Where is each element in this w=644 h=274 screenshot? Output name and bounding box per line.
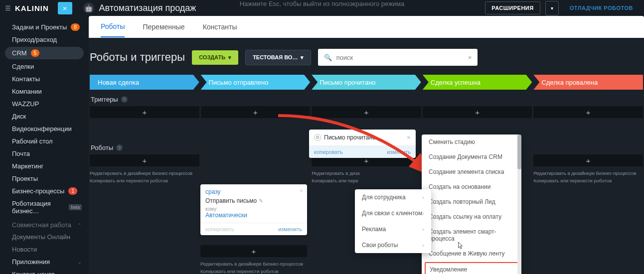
sidebar-item[interactable]: Проекты: [0, 172, 89, 185]
copy-link[interactable]: копировать: [205, 226, 234, 232]
logo: KALININ: [15, 4, 49, 12]
edit-in-bp-link[interactable]: Редактировать в дизайнере Бизнес-процесс…: [533, 169, 643, 177]
tab-close-button[interactable]: ×: [58, 2, 72, 14]
sidebar-item[interactable]: Контакт-центр: [0, 268, 89, 274]
sidebar-group-header[interactable]: Совместная работа⌃: [0, 217, 89, 231]
sidebar-item[interactable]: Роботизация бизнес…beta: [0, 197, 89, 217]
dropdown-item[interactable]: Создать ссылку на оплату: [422, 209, 521, 224]
tab[interactable]: Роботы: [101, 16, 125, 37]
when-link[interactable]: сразу: [205, 188, 221, 195]
context-menu-item[interactable]: Свои роботы›: [355, 237, 431, 253]
tab[interactable]: Константы: [203, 17, 237, 37]
extensions-caret[interactable]: ▾: [545, 1, 559, 15]
robot-type-dropdown: Сменить стадиюСоздание Документа CRMСозд…: [422, 135, 521, 274]
edit-link[interactable]: изменить: [387, 149, 411, 155]
sidebar-item[interactable]: Сделки: [0, 60, 89, 73]
dropdown-item[interactable]: Создание Документа CRM: [422, 149, 521, 164]
add-trigger-button[interactable]: +: [90, 106, 199, 118]
add-trigger-button[interactable]: +: [201, 106, 311, 118]
dropdown-item[interactable]: Сообщение в Живую ленту: [422, 246, 521, 261]
chevron-down-icon: ▾: [301, 54, 304, 61]
trigger-card: ⚙Письмо прочитано × копировать изменить: [309, 130, 416, 158]
robot-icon: 🤖: [83, 2, 94, 13]
create-button[interactable]: СОЗДАТЬ ▾: [192, 50, 238, 65]
dropdown-item[interactable]: Уведомление: [425, 262, 518, 274]
action-text: Отправить письмо: [205, 197, 257, 204]
sidebar-item[interactable]: Маркетинг: [0, 160, 89, 172]
edit-in-bp-link[interactable]: Редактировать в дизайнере Бизнес-процесс…: [200, 260, 307, 268]
clear-search-icon[interactable]: ×: [468, 54, 472, 61]
sidebar-item[interactable]: Новости: [0, 243, 89, 256]
add-trigger-button[interactable]: +: [312, 106, 421, 118]
edit-link[interactable]: изменить: [278, 226, 302, 232]
copy-move-link[interactable]: Копировать или перенести роботов: [200, 268, 307, 274]
pipeline-stage[interactable]: Письмо отправлено: [201, 75, 311, 90]
robot-debugger-button[interactable]: ОТЛАДЧИК РОБОТОВ: [564, 2, 639, 14]
sidebar-item[interactable]: Контакты: [0, 73, 89, 85]
scrollbar-thumb[interactable]: [517, 135, 521, 169]
context-menu-item[interactable]: Для сотрудника›: [355, 189, 431, 205]
sidebar-item[interactable]: Видеоконференции: [0, 123, 89, 135]
help-icon[interactable]: ?: [121, 96, 128, 103]
add-trigger-button[interactable]: +: [423, 106, 532, 118]
page-title: Автоматизация продаж: [99, 3, 196, 13]
dropdown-item[interactable]: Создать на основании: [422, 179, 521, 194]
add-trigger-button[interactable]: +: [533, 106, 643, 118]
add-robot-button[interactable]: +: [533, 154, 643, 166]
edit-in-bp-link[interactable]: Редактировать в диза: [312, 169, 421, 177]
robot-card: × сразу Отправить письмо✎ кому: Автомати…: [200, 184, 307, 235]
add-robot-button[interactable]: +: [200, 245, 307, 257]
add-robot-button[interactable]: +: [90, 154, 199, 166]
gear-icon[interactable]: ⚙: [314, 134, 321, 141]
section-heading: Роботы и триггеры: [90, 51, 185, 64]
edit-in-bp-link[interactable]: Редактировать в дизайнере Бизнес-процесс…: [90, 169, 199, 177]
sidebar-item[interactable]: Компании: [0, 85, 89, 98]
help-icon[interactable]: ?: [116, 144, 123, 151]
to-value[interactable]: Автоматически: [205, 212, 247, 219]
copy-move-link[interactable]: Копировать или перенести роботов: [90, 177, 199, 184]
pipeline-stage[interactable]: Сделка провалена: [533, 75, 643, 90]
sidebar-item[interactable]: Бизнес-процессы1: [0, 185, 89, 197]
chevron-down-icon: ▾: [228, 54, 231, 61]
dropdown-item[interactable]: Сменить стадию: [422, 135, 521, 149]
robot-category-menu: Для сотрудника›Для связи с клиентом›Рекл…: [355, 189, 431, 253]
pipeline-stage[interactable]: Сделка успешна: [423, 75, 532, 90]
trigger-card-title: Письмо прочитано: [324, 134, 376, 141]
tab[interactable]: Переменные: [143, 17, 184, 37]
sidebar-item[interactable]: Задачи и Проекты8: [0, 21, 89, 33]
sidebar-item[interactable]: Рабочий стол: [0, 135, 89, 147]
robots-label: Роботы: [91, 144, 113, 151]
dropdown-item[interactable]: Создать повторный Лид: [422, 194, 521, 209]
sidebar-item[interactable]: Почта: [0, 147, 89, 160]
funnel-selector[interactable]: ТЕСТОВАЯ ВО… ▾: [245, 50, 311, 65]
copy-link[interactable]: копировать: [314, 149, 343, 155]
search-input-wrap[interactable]: 🔍 ×: [318, 49, 478, 66]
sidebar-item[interactable]: WAZZUP: [0, 98, 89, 110]
sidebar-item[interactable]: CRM5: [5, 47, 84, 59]
triggers-label: Триггеры: [91, 96, 118, 103]
close-icon[interactable]: ×: [407, 134, 411, 141]
sidebar-item[interactable]: Приход/расход: [0, 33, 89, 46]
sidebar: Задачи и Проекты8Приход/расходCRM5Сделки…: [0, 16, 89, 274]
sidebar-item[interactable]: Документы Онлайн: [0, 231, 89, 243]
extensions-button[interactable]: РАСШИРЕНИЯ: [485, 1, 540, 14]
context-menu-item[interactable]: Реклама›: [355, 221, 431, 237]
search-input[interactable]: [336, 54, 468, 61]
sidebar-item[interactable]: Диск: [0, 110, 89, 123]
edit-icon[interactable]: ✎: [259, 198, 263, 204]
fullscreen-hint: Нажмите Esc, чтобы выйти из полноэкранно…: [240, 0, 405, 7]
menu-icon[interactable]: ☰: [5, 4, 11, 12]
dropdown-item[interactable]: Создать элемент смарт-процесса: [422, 224, 521, 246]
search-icon: 🔍: [324, 54, 332, 61]
copy-move-link[interactable]: Копировать или перенести роботов: [533, 177, 643, 184]
pipeline-stage[interactable]: Письмо прочитано: [312, 75, 421, 90]
close-icon[interactable]: ×: [300, 187, 303, 194]
context-menu-item[interactable]: Для связи с клиентом›: [355, 205, 431, 221]
dropdown-item[interactable]: Создание элемента списка: [422, 164, 521, 179]
copy-move-link[interactable]: Копировать или пере: [312, 177, 421, 184]
to-label: кому:: [205, 206, 302, 212]
sidebar-item[interactable]: Приложения⌄: [0, 256, 89, 268]
pipeline-stage[interactable]: Новая сделка: [90, 75, 199, 90]
